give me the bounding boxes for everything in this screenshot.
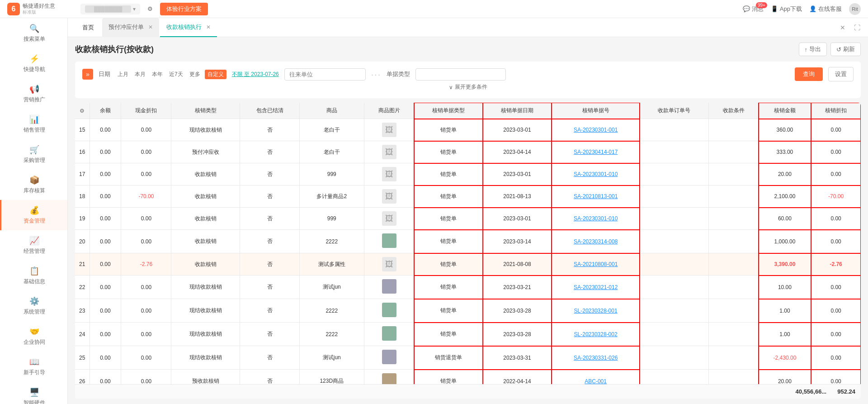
cell-goods: 多计量商品2 (299, 185, 364, 208)
tab-close-receipt[interactable]: ✕ (206, 24, 211, 30)
cell-order-no (640, 230, 708, 253)
cell-bill-no[interactable]: SA-20230331-026 (552, 346, 640, 370)
cell-order-no (640, 141, 708, 163)
trial-button[interactable]: 体验行业方案 (160, 3, 208, 15)
sidebar-item-system[interactable]: ⚙️ 系统管理 (0, 291, 67, 321)
sidebar-item-inventory[interactable]: 📦 库存核算 (0, 170, 67, 200)
tab-home[interactable]: 首页 (75, 18, 101, 37)
cell-order-no (640, 276, 708, 299)
cell-included: 否 (240, 141, 299, 163)
export-button[interactable]: ↑ 导出 (799, 43, 827, 56)
sidebar-item-operations[interactable]: 📈 经营管理 (0, 230, 67, 261)
filter-dots: ··· (371, 69, 382, 80)
notification-badge: 99+ (756, 2, 767, 8)
date-opt-custom[interactable]: 自定义 (205, 70, 226, 79)
notification-button[interactable]: 💬 消息 99+ (743, 5, 764, 13)
tab-receipt-writeoff[interactable]: 收款核销执行 ✕ (160, 18, 217, 37)
sidebar-item-finance[interactable]: 💰 资金管理 (0, 200, 67, 230)
table-scroll[interactable]: ⚙ 余额 现金折扣 核销类型 包含已结清 商品 商品图片 核销单据类型 核销单据… (75, 103, 861, 384)
th-goods: 商品 (299, 103, 364, 119)
th-amount: 核销金额 (759, 103, 811, 119)
query-button[interactable]: 查询 (795, 67, 823, 81)
cell-bill-type: 销货单 (414, 141, 483, 163)
search-icon: 🔍 (29, 24, 39, 33)
sidebar-item-collab[interactable]: 🤝 企业协同 (0, 321, 67, 352)
th-balance: 余额 (90, 103, 121, 119)
cell-balance: 0.00 (90, 253, 121, 276)
filter-bar: » 日期 上月 本月 本年 近7天 更多 自定义 不限 至 2023-07-26 (75, 62, 861, 98)
tab-close-prepay[interactable]: ✕ (148, 24, 153, 30)
top-bar-right: 💬 消息 99+ 📱 App下载 👤 在线客服 Rit (743, 3, 861, 15)
sidebar-item-guide[interactable]: 📖 新手引导 (0, 352, 67, 382)
cell-id: 17 (75, 163, 90, 185)
avatar[interactable]: Rit (849, 3, 861, 15)
maximize-button[interactable]: ⛶ (852, 22, 863, 33)
cell-amount: 1,000.00 (759, 230, 811, 253)
settings-icon[interactable]: ⚙ (144, 3, 156, 15)
from-unit-input[interactable] (284, 68, 366, 81)
date-opt-last-month[interactable]: 上月 (116, 70, 130, 79)
cell-bill-no[interactable]: SA-20210813-001 (552, 185, 640, 208)
cell-included: 否 (240, 230, 299, 253)
cell-condition (708, 299, 759, 323)
cell-bill-no[interactable]: SA-20230301-010 (552, 163, 640, 185)
cell-bill-no[interactable]: SA-20230301-001 (552, 119, 640, 141)
cell-condition (708, 208, 759, 230)
cell-bill-type: 销货单 (414, 323, 483, 346)
cell-bill-no[interactable]: SA-20230301-010 (552, 208, 640, 230)
cell-order-no (640, 208, 708, 230)
date-opt-7days[interactable]: 近7天 (167, 70, 185, 79)
cell-discount: 0.00 (811, 276, 861, 299)
cell-bill-no[interactable]: ABC-001 (552, 370, 640, 385)
image-placeholder: 🖼 (382, 189, 396, 204)
tab-controls: ✕ ⛶ (837, 22, 868, 33)
sidebar-item-quick-nav[interactable]: ⚡ 快捷导航 (0, 48, 67, 79)
cell-cash-discount: 0.00 (121, 346, 171, 370)
sidebar-item-search[interactable]: 🔍 搜索菜单 (0, 18, 67, 48)
cell-discount: -2.76 (811, 253, 861, 276)
cell-bill-type: 销货单 (414, 230, 483, 253)
close-tab-button[interactable]: ✕ (837, 22, 848, 33)
cell-goods-image (364, 230, 414, 253)
date-opt-this-month[interactable]: 本月 (133, 70, 147, 79)
cell-bill-no[interactable]: SA-20230314-008 (552, 230, 640, 253)
cell-order-no (640, 323, 708, 346)
cell-bill-no[interactable]: SA-20230414-017 (552, 141, 640, 163)
cell-bill-no[interactable]: SA-20230321-012 (552, 276, 640, 299)
app-download-button[interactable]: 📱 App下载 (771, 5, 802, 13)
filter-settings-button[interactable]: 设置 (828, 67, 854, 81)
cell-cash-discount: 0.00 (121, 141, 171, 163)
bill-type-input[interactable] (415, 68, 506, 81)
cell-balance: 0.00 (90, 185, 121, 208)
date-opt-more[interactable]: 更多 (188, 70, 202, 79)
cell-goods-image: 🖼 (364, 141, 414, 163)
expand-more-button[interactable]: ∨ 展开更多条件 (82, 81, 854, 93)
refresh-button[interactable]: ↺ 刷新 (830, 43, 861, 56)
sidebar-item-hardware[interactable]: 🖥️ 智能硬件 (0, 382, 67, 404)
cell-goods-image: 🖼 (364, 253, 414, 276)
cell-bill-no[interactable]: SA-20210808-001 (552, 253, 640, 276)
cell-goods: 老白干 (299, 141, 364, 163)
collab-icon: 🤝 (29, 327, 39, 337)
cell-bill-no[interactable]: SL-20230328-002 (552, 323, 640, 346)
sidebar-item-basic-info[interactable]: 📋 基础信息 (0, 261, 67, 291)
cell-writeoff-type: 现结收款核销 (171, 323, 240, 346)
company-selector[interactable]: ████████ ▾ (80, 4, 140, 14)
sidebar-label-search: 搜索菜单 (24, 35, 45, 43)
sidebar-item-sales[interactable]: 📊 销售管理 (0, 109, 67, 139)
sidebar-item-marketing[interactable]: 📢 营销推广 (0, 79, 67, 109)
date-range[interactable]: 不限 至 2023-07-26 (232, 71, 279, 78)
date-options: 上月 本月 本年 近7天 更多 自定义 (116, 70, 226, 79)
cell-goods-image: 🖼 (364, 208, 414, 230)
cell-included: 否 (240, 299, 299, 323)
online-service-button[interactable]: 👤 在线客服 (809, 5, 842, 13)
tab-prepay[interactable]: 预付冲应付单 ✕ (102, 18, 159, 37)
th-settings[interactable]: ⚙ (75, 103, 90, 119)
sidebar-item-purchase[interactable]: 🛒 采购管理 (0, 139, 67, 170)
cell-bill-no[interactable]: SL-20230328-001 (552, 299, 640, 323)
cell-writeoff-type: 预收款核销 (171, 370, 240, 385)
date-opt-this-year[interactable]: 本年 (150, 70, 165, 79)
filter-expand-button[interactable]: » (82, 69, 93, 80)
cell-writeoff-type: 收款核销 (171, 230, 240, 253)
cell-id: 22 (75, 276, 90, 299)
